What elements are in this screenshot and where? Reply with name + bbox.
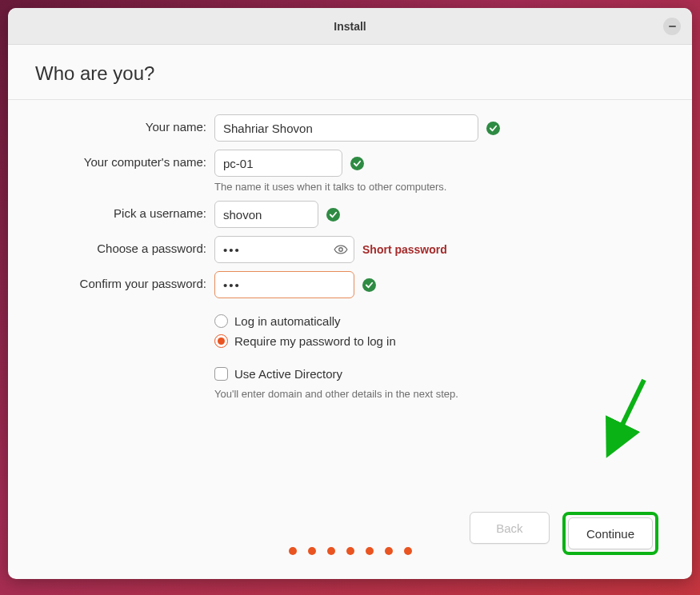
progress-dot [346, 547, 354, 555]
row-login-options: Log in automatically Require my password… [40, 306, 660, 351]
row-username: Pick a username: [40, 201, 660, 228]
row-computer-name: Your computer's name: The name it uses w… [40, 150, 660, 193]
radio-icon [214, 334, 228, 348]
progress-dot [327, 547, 335, 555]
progress-dot [366, 547, 374, 555]
progress-dot [404, 547, 412, 555]
minimize-button[interactable] [663, 18, 681, 35]
computer-name-helper: The name it uses when it talks to other … [214, 181, 446, 193]
window-title: Install [334, 20, 366, 33]
computer-name-label: Your computer's name: [40, 150, 214, 169]
progress-dot [385, 547, 393, 555]
computer-name-input[interactable] [214, 150, 342, 177]
annotation-highlight-box: Continue [562, 512, 658, 555]
password-label: Choose a password: [40, 236, 214, 255]
svg-point-0 [339, 248, 343, 252]
progress-dots [289, 547, 412, 555]
radio-require-password-label: Require my password to log in [234, 334, 396, 348]
your-name-input[interactable] [214, 114, 478, 142]
checkbox-icon [214, 367, 228, 381]
checkmark-icon [326, 208, 340, 222]
active-directory-helper: You'll enter domain and other details in… [214, 388, 458, 400]
radio-icon [214, 314, 228, 328]
checkbox-active-directory[interactable]: Use Active Directory [214, 364, 342, 384]
titlebar: Install [8, 8, 692, 45]
continue-button[interactable]: Continue [568, 517, 653, 549]
row-active-directory: Use Active Directory You'll enter domain… [40, 359, 660, 400]
progress-dot [308, 547, 316, 555]
radio-login-automatically[interactable]: Log in automatically [214, 311, 341, 331]
checkmark-icon [362, 278, 376, 292]
eye-icon[interactable] [334, 242, 348, 257]
radio-login-auto-label: Log in automatically [234, 314, 341, 328]
row-your-name: Your name: [40, 114, 660, 142]
who-are-you-form: Your name: Your computer's name: [8, 100, 692, 408]
wizard-footer: Back Continue [8, 512, 692, 579]
content-area: Who are you? Your name: Your computer's … [8, 45, 692, 579]
back-button[interactable]: Back [470, 512, 550, 544]
confirm-password-label: Confirm your password: [40, 271, 214, 290]
radio-require-password[interactable]: Require my password to log in [214, 331, 396, 351]
progress-dot [289, 547, 297, 555]
page-title: Who are you? [8, 45, 692, 100]
username-label: Pick a username: [40, 201, 214, 220]
checkmark-icon [486, 122, 500, 135]
active-directory-label: Use Active Directory [234, 367, 342, 381]
username-input[interactable] [214, 201, 318, 228]
install-window: Install Who are you? Your name: [8, 8, 692, 579]
row-confirm-password: Confirm your password: [40, 271, 660, 298]
row-password: Choose a password: Short [40, 236, 660, 263]
confirm-password-input[interactable] [214, 271, 354, 298]
password-strength-warning: Short password [362, 243, 447, 256]
checkmark-icon [350, 157, 364, 170]
your-name-label: Your name: [40, 114, 214, 134]
